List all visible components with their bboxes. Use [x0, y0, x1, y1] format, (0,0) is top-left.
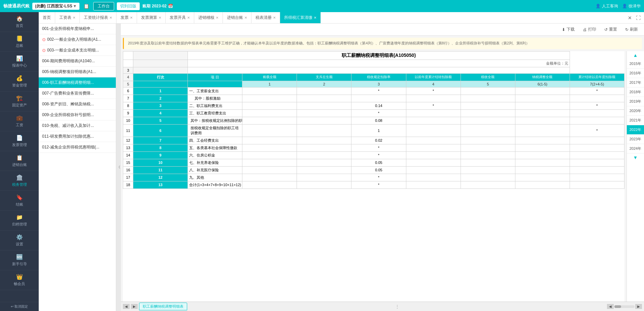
row-d-8[interactable] [297, 144, 351, 151]
report-item-008[interactable]: 008-资产折旧、摊销及纳税... [39, 99, 116, 110]
tab-payroll[interactable]: 工资表 ✕ [55, 12, 80, 24]
report-item-001[interactable]: 001-企业所得税年度纳税申... [39, 24, 116, 34]
row-c-8[interactable] [242, 144, 297, 151]
row-label-10[interactable]: 七、补充养老保险 [188, 159, 242, 166]
tab-invoice[interactable]: 发票 ✕ [116, 12, 137, 24]
row-e-4[interactable]: * [351, 109, 406, 117]
tab-payroll-stats[interactable]: 工资统计报表 ✕ [80, 12, 116, 24]
row-i-12[interactable] [570, 174, 624, 181]
row-d-4[interactable] [297, 109, 351, 117]
row-label-3[interactable]: 二、职工福利费支出 [188, 102, 242, 109]
company-selector[interactable]: (勿删) 江西股宝-LSS ▾ [32, 3, 79, 10]
row-h-12[interactable] [515, 174, 570, 181]
year-2019[interactable]: 2019年 [627, 97, 644, 106]
bottom-scrollbar[interactable] [614, 305, 635, 308]
row-i-9[interactable] [570, 151, 624, 159]
row-d-1[interactable] [297, 87, 351, 95]
row-f-10[interactable] [406, 159, 461, 166]
report-item-012[interactable]: 012-减免企业所得税优惠明细(... [39, 142, 116, 153]
row-f-13[interactable] [406, 181, 461, 188]
close-tab-payroll-stats[interactable]: ✕ [109, 16, 112, 20]
collapse-button[interactable]: 《 [116, 24, 121, 311]
year-2024[interactable]: 2024年 [627, 144, 644, 153]
row-h-8[interactable] [515, 144, 570, 151]
row-e-3[interactable]: 0.14 [351, 102, 406, 109]
tab-sales-audit[interactable]: 进销稽核 ✕ [194, 12, 223, 24]
year-2022[interactable]: 2022年 [627, 125, 644, 135]
row-g-10[interactable] [461, 159, 515, 166]
report-item-009[interactable]: 009-企业所得税弥补亏损明... [39, 110, 116, 120]
row-g-6[interactable] [461, 124, 515, 137]
sidebar-item-reports[interactable]: 📊 报表中心 [0, 52, 39, 72]
row-g-11[interactable] [461, 166, 515, 174]
row-d-7[interactable] [297, 137, 351, 144]
row-label-7[interactable]: 四、工会经费支出 [188, 137, 242, 144]
year-2023[interactable]: 2023年 [627, 135, 644, 144]
sidebar-item-guide[interactable]: 🆕 新手引导 [0, 250, 39, 270]
tab-tax-settlement[interactable]: 所得税汇算清缴 ✕ [280, 12, 321, 24]
row-f-11[interactable] [406, 166, 461, 174]
spreadsheet-container[interactable]: 职工薪酬纳税调整明细表(A105050) 金额单位：元 3 [123, 51, 624, 302]
sidebar-item-payroll[interactable]: 💼 工资 [0, 111, 39, 131]
row-e-12[interactable]: * [351, 174, 406, 181]
reset-button[interactable]: ↺ 重置 [602, 26, 619, 33]
sidebar-item-home[interactable]: 🏠 首页 [0, 12, 39, 32]
close-tab-invoice[interactable]: ✕ [130, 16, 133, 20]
year-nav-up-button[interactable]: ▲ [627, 51, 644, 59]
row-d-13[interactable] [297, 181, 351, 188]
row-label-9[interactable]: 六、住房公积金 [188, 151, 242, 159]
report-item-007[interactable]: 007-广告费和业务宣传费障... [39, 88, 116, 99]
row-d-3[interactable] [297, 102, 351, 109]
row-f-4[interactable] [406, 109, 461, 117]
row-c-13[interactable] [242, 181, 297, 188]
row-i-2[interactable] [570, 95, 624, 102]
row-h-7[interactable] [515, 137, 570, 144]
close-tab-tax-settlement[interactable]: ✕ [314, 16, 316, 20]
bottom-scroll-right[interactable]: ▶ [635, 304, 642, 309]
row-c-12[interactable] [242, 174, 297, 181]
row-e-5[interactable]: 0.08 [351, 117, 406, 124]
user-info[interactable]: 👤 徐泽华 [622, 3, 641, 9]
row-h-3[interactable] [515, 102, 570, 109]
report-item-002[interactable]: ⊙ 002-一般企业收入明细表(A1... [39, 34, 116, 45]
close-tab-sales-ledger[interactable]: ✕ [244, 16, 247, 20]
row-f-2[interactable] [406, 95, 461, 102]
row-f-3[interactable]: * [406, 102, 461, 109]
row-e-8[interactable]: * [351, 144, 406, 151]
row-i-3[interactable]: * [570, 102, 624, 109]
row-g-5[interactable] [461, 117, 515, 124]
scroll-right-button[interactable]: ▶ [131, 304, 138, 309]
calendar2-icon[interactable]: 📅 [168, 4, 173, 8]
row-d-6[interactable] [297, 124, 351, 137]
calendar-icon[interactable]: 📋 [82, 3, 91, 9]
support[interactable]: 👤 人工客询 [596, 3, 618, 9]
row-d-10[interactable] [297, 159, 351, 166]
row-e-11[interactable]: 0.05 [351, 166, 406, 174]
sidebar-item-assets[interactable]: 🏗️ 固定资产 [0, 92, 39, 111]
row-c-10[interactable] [242, 159, 297, 166]
row-g-4[interactable] [461, 109, 515, 117]
year-2015[interactable]: 2015年 [627, 59, 644, 69]
print-button[interactable]: 🖨 打印 [581, 26, 598, 33]
row-h-11[interactable] [515, 166, 570, 174]
row-label-1[interactable]: 一、工资薪金支出 [188, 87, 242, 95]
tab-tax-register[interactable]: 税表清册 ✕ [251, 12, 280, 24]
sidebar-item-tax[interactable]: 🏛️ 税务管理 [0, 171, 39, 191]
row-g-8[interactable] [461, 144, 515, 151]
row-g-7[interactable] [461, 137, 515, 144]
year-2016[interactable]: 2016年 [627, 69, 644, 78]
row-e-1[interactable]: * [351, 87, 406, 95]
row-i-11[interactable] [570, 166, 624, 174]
row-g-1[interactable] [461, 87, 515, 95]
maximize-button[interactable]: ⛶ [635, 14, 642, 21]
row-c-1[interactable] [242, 87, 297, 95]
row-d-2[interactable] [297, 95, 351, 102]
row-label-12[interactable]: 九、其他 [188, 174, 242, 181]
report-item-011[interactable]: 011-研发费用加计扣除优惠... [39, 131, 116, 142]
row-e-13[interactable]: * [351, 181, 406, 188]
sidebar-item-funds[interactable]: 💰 资金管理 [0, 72, 39, 92]
row-i-8[interactable] [570, 144, 624, 151]
workspace-button[interactable]: 工作台 [93, 2, 114, 10]
bottom-scroll-left[interactable]: ◀ [607, 304, 614, 309]
year-2017[interactable]: 2017年 [627, 78, 644, 88]
